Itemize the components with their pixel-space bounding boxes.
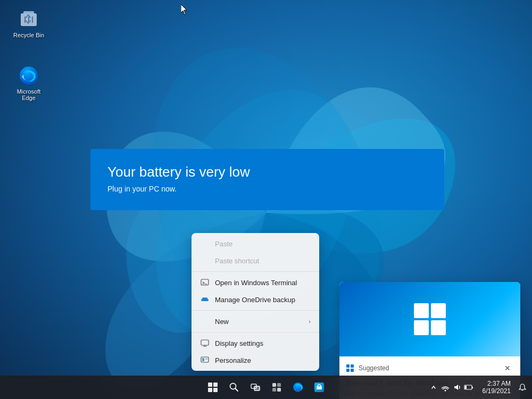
taskbar-right: 2:37 AM 6/19/2021 xyxy=(424,376,532,399)
ctx-paste: Paste xyxy=(192,235,319,252)
svg-rect-14 xyxy=(208,383,212,387)
new-icon xyxy=(200,317,210,326)
svg-rect-21 xyxy=(254,386,260,390)
system-tray xyxy=(424,376,478,399)
windows-logo xyxy=(414,303,446,335)
suggested-icon xyxy=(346,364,354,372)
ctx-separator-3 xyxy=(192,332,319,332)
toast-close-button[interactable]: ✕ xyxy=(501,362,514,375)
ctx-new[interactable]: New › xyxy=(192,313,319,330)
clock-time: 2:37 AM xyxy=(487,380,511,387)
widgets-button[interactable] xyxy=(267,378,286,397)
taskbar-center xyxy=(203,378,329,397)
win-logo-pane-3 xyxy=(414,320,429,335)
svg-rect-23 xyxy=(277,383,281,387)
edge-label: Microsoft Edge xyxy=(10,88,48,101)
battery-icon[interactable] xyxy=(463,382,474,393)
store-button[interactable] xyxy=(310,378,329,397)
win-logo-pane-1 xyxy=(414,303,429,318)
tray-overflow-button[interactable] xyxy=(428,382,439,393)
toast-source: Suggested xyxy=(359,364,389,372)
svg-rect-31 xyxy=(472,387,473,388)
personalize-icon xyxy=(200,355,210,365)
ctx-open-terminal[interactable]: Open in Windows Terminal xyxy=(192,274,319,291)
toast-header: Suggested ✕ xyxy=(339,356,520,377)
battery-notification: Your battery is very low Plug in your PC… xyxy=(90,149,444,210)
task-view-button[interactable] xyxy=(246,378,265,397)
svg-rect-17 xyxy=(213,388,218,392)
new-arrow: › xyxy=(309,318,311,325)
recycle-bin-image xyxy=(18,9,39,30)
ctx-separator-2 xyxy=(192,310,319,311)
terminal-icon xyxy=(200,278,210,287)
clock[interactable]: 2:37 AM 6/19/2021 xyxy=(478,376,515,399)
svg-rect-13 xyxy=(351,369,354,372)
svg-rect-24 xyxy=(272,388,276,392)
svg-rect-30 xyxy=(465,386,467,389)
svg-rect-25 xyxy=(277,388,281,392)
clock-date: 6/19/2021 xyxy=(483,387,511,395)
desktop: Recycle Bin Microsoft Edge Your battery … xyxy=(0,0,532,399)
battery-title: Your battery is very low xyxy=(107,164,427,180)
edge-icon[interactable]: Microsoft Edge xyxy=(7,63,50,103)
volume-icon[interactable] xyxy=(452,382,462,393)
ctx-separator-1 xyxy=(192,271,319,272)
search-button[interactable] xyxy=(225,378,244,397)
ctx-personalize[interactable]: Personalize xyxy=(192,352,319,369)
svg-point-28 xyxy=(444,390,446,392)
win-logo-pane-4 xyxy=(431,320,446,335)
ctx-display-settings[interactable]: Display settings xyxy=(192,335,319,352)
svg-rect-10 xyxy=(346,364,350,368)
taskbar-edge-button[interactable] xyxy=(288,378,307,397)
paste-icon xyxy=(200,239,210,248)
svg-rect-8 xyxy=(202,358,204,361)
svg-rect-9 xyxy=(205,358,207,360)
toast-image xyxy=(339,282,520,356)
svg-rect-22 xyxy=(272,383,276,387)
taskbar: 2:37 AM 6/19/2021 xyxy=(0,376,532,399)
paste-shortcut-icon xyxy=(200,256,210,265)
recycle-bin-label: Recycle Bin xyxy=(13,32,44,38)
battery-subtitle: Plug in your PC now. xyxy=(107,185,427,193)
svg-rect-12 xyxy=(346,369,350,372)
display-icon xyxy=(200,338,210,348)
win-logo-pane-2 xyxy=(431,303,446,318)
svg-line-19 xyxy=(235,388,238,391)
cloud-icon xyxy=(200,295,210,304)
svg-rect-11 xyxy=(351,364,354,368)
network-icon[interactable] xyxy=(440,382,451,393)
notification-button[interactable] xyxy=(515,376,530,399)
ctx-onedrive[interactable]: Manage OneDrive backup xyxy=(192,291,319,308)
ctx-paste-shortcut: Paste shortcut xyxy=(192,252,319,269)
edge-image xyxy=(18,65,39,86)
recycle-bin-icon[interactable]: Recycle Bin xyxy=(7,6,50,40)
context-menu: Paste Paste shortcut Open in Windows Ter… xyxy=(192,233,319,371)
svg-rect-15 xyxy=(213,383,218,387)
svg-rect-6 xyxy=(201,340,209,345)
svg-rect-16 xyxy=(208,388,212,392)
start-button[interactable] xyxy=(203,378,222,397)
